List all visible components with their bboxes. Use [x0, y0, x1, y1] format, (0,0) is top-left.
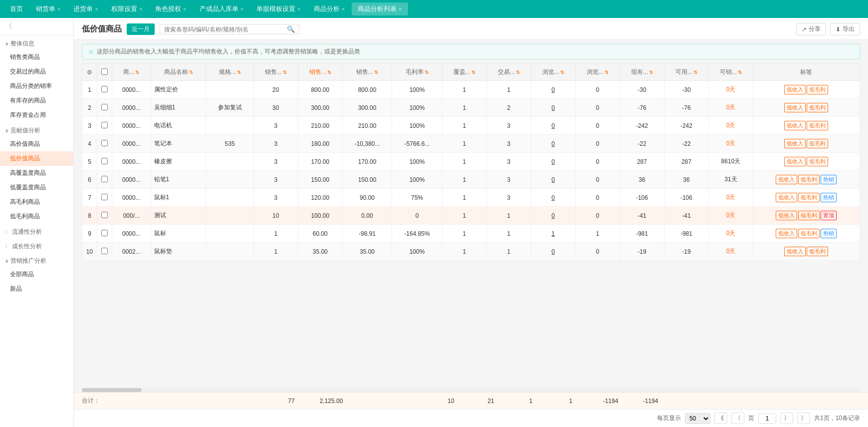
cell-checkbox[interactable]	[97, 171, 112, 189]
col-settings[interactable]: ⚙	[82, 64, 97, 81]
cell-checkbox[interactable]	[97, 243, 112, 261]
cell-browse1[interactable]: 1	[531, 225, 575, 243]
browse-link[interactable]: 0	[552, 140, 555, 147]
sidebar-item-low-margin[interactable]: 低毛利商品	[0, 209, 73, 224]
sidebar-item-category-rate[interactable]: 商品分类的销率	[0, 79, 73, 93]
row-checkbox[interactable]	[101, 158, 108, 164]
cell-browse1[interactable]: 0	[531, 171, 575, 189]
nav-sales[interactable]: 销货单×	[30, 2, 66, 15]
cell-checkbox[interactable]	[97, 99, 112, 117]
cell-browse1[interactable]: 0	[531, 81, 575, 99]
cell-browse1[interactable]: 0	[531, 117, 575, 135]
col-stock1[interactable]: 现有...⇅	[620, 64, 664, 81]
sidebar-group-overall[interactable]: ∨ 整体信息	[0, 35, 73, 50]
nav-role[interactable]: 角色授权×	[149, 2, 192, 15]
col-qty1[interactable]: 销售...⇅	[253, 64, 298, 81]
col-coverage[interactable]: 覆盖...⇅	[442, 64, 486, 81]
col-spec[interactable]: 规格...⇅	[206, 64, 253, 81]
col-trade[interactable]: 交易...⇅	[486, 64, 531, 81]
sidebar-item-low-coverage[interactable]: 低覆盖度商品	[0, 180, 73, 195]
scrollbar-thumb[interactable]	[82, 388, 142, 392]
cell-browse1[interactable]: 0	[531, 99, 575, 117]
browse-link[interactable]: 0	[552, 158, 555, 165]
row-checkbox[interactable]	[101, 230, 108, 236]
sidebar-item-all-goods[interactable]: 全部商品	[0, 267, 73, 282]
cell-checkbox[interactable]	[97, 135, 112, 153]
cell-browse1[interactable]: 0	[531, 135, 575, 153]
nav-home[interactable]: 首页	[4, 2, 29, 15]
cell-browse1[interactable]: 0	[531, 243, 575, 261]
col-stock3[interactable]: 可销...⇅	[708, 64, 753, 81]
cell-checkbox[interactable]	[97, 225, 112, 243]
cell-checkbox[interactable]	[97, 207, 112, 225]
col-code[interactable]: 商...⇅	[112, 64, 151, 81]
col-qty2[interactable]: 销售...⇅	[298, 64, 342, 81]
browse-link[interactable]: 0	[552, 104, 555, 111]
nav-permission[interactable]: 权限设置×	[105, 2, 148, 15]
page-input[interactable]	[758, 414, 776, 424]
sidebar-item-stock-goods[interactable]: 有库存的商品	[0, 93, 73, 108]
cell-checkbox[interactable]	[97, 153, 112, 171]
filter-button[interactable]: 近一月	[127, 23, 155, 35]
col-browse2[interactable]: 浏览...⇅	[575, 64, 620, 81]
export-button[interactable]: ⬇ 导出	[830, 23, 860, 35]
nav-template[interactable]: 单据模板设置×	[250, 2, 306, 15]
cell-browse1[interactable]: 0	[531, 207, 575, 225]
col-checkbox[interactable]	[97, 64, 112, 81]
col-stock2[interactable]: 可用...⇅	[664, 64, 708, 81]
sidebar-item-new-goods[interactable]: 新品	[0, 282, 73, 296]
cell-browse1[interactable]: 0	[531, 153, 575, 171]
row-checkbox[interactable]	[101, 194, 108, 200]
sidebar-group-flow[interactable]: 〉 流通性分析	[0, 224, 73, 238]
nav-warehouse[interactable]: 产成品入库单×	[194, 2, 249, 15]
browse-link[interactable]: 0	[552, 248, 555, 255]
page-size-select[interactable]: 50 100 200	[685, 413, 710, 424]
share-button[interactable]: ↗ 分享	[796, 23, 826, 35]
browse-link[interactable]: 0	[552, 122, 555, 129]
browse-link[interactable]: 0	[552, 212, 555, 219]
sidebar-item-low-value[interactable]: 低价值商品	[0, 151, 73, 166]
row-checkbox[interactable]	[101, 86, 108, 92]
cell-checkbox[interactable]	[97, 117, 112, 135]
sidebar-item-high-coverage[interactable]: 高覆盖度商品	[0, 166, 73, 180]
sidebar-item-sales-goods[interactable]: 销售类商品	[0, 50, 73, 64]
nav-analysis[interactable]: 商品分析×	[308, 2, 351, 15]
row-checkbox[interactable]	[101, 104, 108, 110]
browse-link[interactable]: 0	[552, 86, 555, 93]
browse-link[interactable]: 0	[552, 194, 555, 201]
row-checkbox[interactable]	[101, 176, 108, 182]
select-all-checkbox[interactable]	[101, 68, 108, 75]
browse-link[interactable]: 1	[552, 230, 555, 237]
sidebar-item-stock-fund[interactable]: 库存资金占用	[0, 108, 73, 122]
row-checkbox[interactable]	[101, 122, 108, 128]
nav-purchase[interactable]: 进货单×	[67, 2, 104, 15]
sidebar-group-growth[interactable]: 〉 成长性分析	[0, 238, 73, 253]
col-qty3[interactable]: 销售...⇅	[342, 64, 392, 81]
sidebar-group-marketing[interactable]: ∨ 营销推广分析	[0, 253, 73, 267]
cell-name: 电话机	[151, 117, 206, 135]
search-input[interactable]	[164, 26, 287, 33]
last-page-btn[interactable]: 〉	[797, 413, 810, 424]
row-checkbox[interactable]	[101, 212, 108, 218]
col-browse1[interactable]: 浏览...⇅	[531, 64, 575, 81]
col-name[interactable]: 商品名称⇅	[151, 64, 206, 81]
search-icon[interactable]: 🔍	[287, 25, 295, 33]
browse-link[interactable]: 0	[552, 176, 555, 183]
sidebar-item-high-margin[interactable]: 高毛利商品	[0, 195, 73, 209]
table-container[interactable]: ⚙ 商...⇅ 商品名称⇅ 规格...⇅ 销售...⇅ 销售...⇅ 销售...…	[74, 63, 868, 388]
sidebar-item-traded-goods[interactable]: 交易过的商品	[0, 64, 73, 79]
cell-checkbox[interactable]	[97, 189, 112, 207]
scrollbar-area[interactable]	[82, 388, 860, 392]
cell-browse1[interactable]: 0	[531, 189, 575, 207]
cell-checkbox[interactable]	[97, 81, 112, 99]
prev-page-btn[interactable]: 〈	[731, 413, 744, 424]
first-page-btn[interactable]: 《	[714, 413, 727, 424]
sidebar-collapse-btn[interactable]: 《	[4, 21, 13, 32]
col-rate[interactable]: 毛利率⇅	[392, 64, 442, 81]
row-checkbox[interactable]	[101, 140, 108, 146]
nav-analysis-list[interactable]: 商品分析列表×	[352, 2, 408, 15]
row-checkbox[interactable]	[101, 248, 108, 254]
next-page-btn[interactable]: 〉	[780, 413, 793, 424]
sidebar-group-contribution[interactable]: ∨ 贡献值分析	[0, 122, 73, 137]
sidebar-item-high-value[interactable]: 高价值商品	[0, 137, 73, 151]
